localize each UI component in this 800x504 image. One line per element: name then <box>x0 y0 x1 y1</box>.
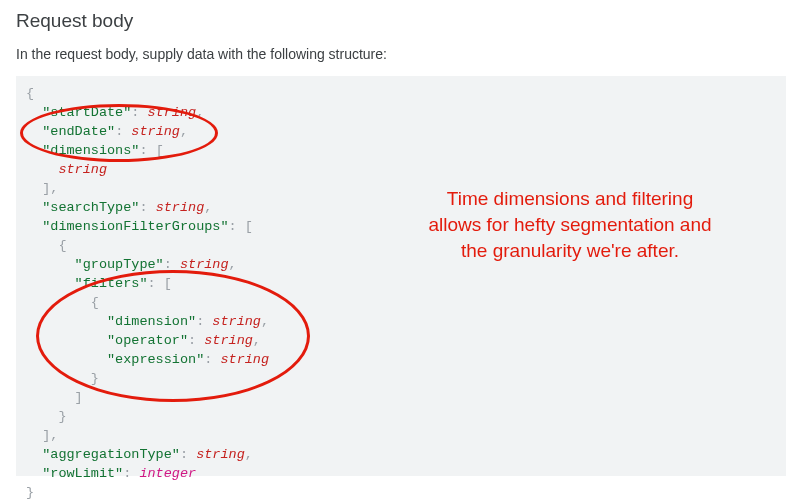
type-aggregationType: string <box>196 447 245 462</box>
type-rowLimit: integer <box>139 466 196 481</box>
page: Request body In the request body, supply… <box>0 0 800 504</box>
annotation-text: Time dimensions and filtering allows for… <box>420 186 720 264</box>
type-dimensions-item: string <box>58 162 107 177</box>
type-searchType: string <box>156 200 205 215</box>
annotation-oval-2 <box>36 270 310 402</box>
key-groupType: "groupType" <box>75 257 164 272</box>
key-dimensionFilterGroups: "dimensionFilterGroups" <box>42 219 228 234</box>
key-searchType: "searchType" <box>42 200 139 215</box>
annotation-oval-1 <box>20 104 218 162</box>
key-rowLimit: "rowLimit" <box>42 466 123 481</box>
key-aggregationType: "aggregationType" <box>42 447 180 462</box>
section-heading: Request body <box>16 10 784 32</box>
brace-open: { <box>26 86 34 101</box>
brace-close: } <box>26 485 34 500</box>
intro-text: In the request body, supply data with th… <box>16 46 784 62</box>
